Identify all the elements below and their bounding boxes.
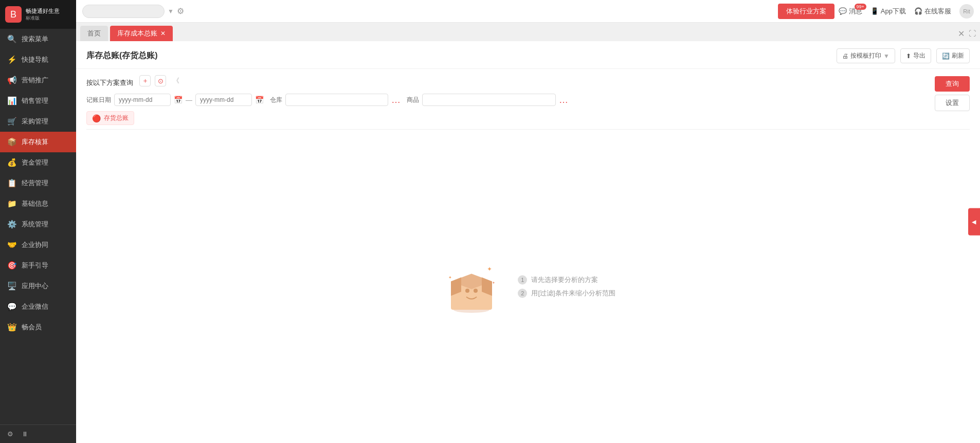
panel-controls: ✕ ⛶ xyxy=(958,29,976,39)
sidebar-item-system[interactable]: ⚙️ 系统管理 xyxy=(0,214,76,235)
app-logo: B 畅捷通好生意 标准版 xyxy=(0,0,76,29)
audio-bottom-icon[interactable]: ⏸ xyxy=(22,430,28,438)
tab-inventory-ledger[interactable]: 库存成本总账 ✕ xyxy=(110,26,173,41)
goods-filter-field: 商品 … xyxy=(407,94,568,106)
svg-text:✦: ✦ xyxy=(448,275,452,280)
filter-controls: ＋ ⊙ 《 xyxy=(139,75,931,86)
management-icon: 📋 xyxy=(7,179,16,188)
sidebar-item-marketing[interactable]: 📢 营销推广 xyxy=(0,70,76,91)
print-icon: 🖨 xyxy=(842,52,848,60)
page-title: 库存总账(存货总账) xyxy=(86,50,158,61)
date-separator: — xyxy=(186,96,192,104)
topbar-dropdown-icon[interactable]: ▼ xyxy=(168,8,174,15)
sidebar-item-wechat[interactable]: 💬 企业微信 xyxy=(0,296,76,317)
goods-label: 商品 xyxy=(407,96,419,104)
sidebar: B 畅捷通好生意 标准版 🔍 搜索菜单 ⚡ 快捷导航 📢 营销推广 📊 销售管理… xyxy=(0,0,76,443)
wechat-icon: 💬 xyxy=(7,302,16,311)
scheme-tag[interactable]: 🔴 存货总账 xyxy=(86,111,134,125)
sidebar-item-label: 基础信息 xyxy=(22,199,48,208)
app-version: 标准版 xyxy=(26,15,60,22)
date-end-input[interactable] xyxy=(195,94,252,106)
sidebar-item-search[interactable]: 🔍 搜索菜单 xyxy=(0,29,76,49)
sidebar-item-label: 应用中心 xyxy=(22,281,48,291)
sidebar-item-label: 营销推广 xyxy=(22,76,48,85)
warehouse-filter-field: 仓库 … xyxy=(270,94,401,106)
settings-button[interactable]: 设置 xyxy=(935,95,970,111)
app-download-button[interactable]: 📱 App下载 xyxy=(870,7,906,16)
warehouse-label: 仓库 xyxy=(270,96,282,104)
settings-bottom-icon[interactable]: ⚙ xyxy=(7,430,13,438)
empty-text: 1 请先选择要分析的方案 2 用[过滤]条件来缩小分析范围 xyxy=(518,273,615,300)
sidebar-item-label: 系统管理 xyxy=(22,220,48,229)
industry-solution-button[interactable]: 体验行业方案 xyxy=(778,4,834,19)
sidebar-item-management[interactable]: 📋 经营管理 xyxy=(0,173,76,193)
cooperation-icon: 🤝 xyxy=(7,240,16,250)
goods-input[interactable] xyxy=(422,94,556,106)
date-start-input[interactable] xyxy=(114,94,171,106)
svg-text:✦: ✦ xyxy=(487,265,492,273)
right-edge-button[interactable]: ◀ xyxy=(968,208,980,235)
filter-section: 按以下方案查询 ＋ ⊙ 《 记账日期 📅 — 📅 xyxy=(76,69,980,129)
tabs-bar: 首页 库存成本总账 ✕ ✕ ⛶ xyxy=(76,23,980,41)
svg-text:✦: ✦ xyxy=(492,281,495,285)
filter-row: 记账日期 📅 — 📅 仓库 … 商品 xyxy=(86,91,931,106)
sidebar-item-guide[interactable]: 🎯 新手引导 xyxy=(0,255,76,276)
sidebar-item-funds[interactable]: 💰 资金管理 xyxy=(0,152,76,173)
sidebar-item-member[interactable]: 👑 畅会员 xyxy=(0,317,76,338)
app-download-label: App下载 xyxy=(881,7,906,16)
tab-close-icon[interactable]: ✕ xyxy=(160,30,166,37)
sidebar-item-app-center[interactable]: 🖥️ 应用中心 xyxy=(0,276,76,296)
avatar[interactable]: Rit xyxy=(959,4,974,19)
sidebar-item-label: 快捷导航 xyxy=(22,55,48,64)
online-service-button[interactable]: 🎧 在线客服 xyxy=(914,7,951,16)
sidebar-item-label: 畅会员 xyxy=(22,323,42,332)
message-icon: 💬 xyxy=(839,7,847,15)
goods-more-icon[interactable]: … xyxy=(559,95,568,104)
filter-add-button[interactable]: ＋ xyxy=(139,75,151,86)
filter-more-button[interactable]: ⊙ xyxy=(155,75,166,86)
sidebar-item-label: 企业微信 xyxy=(22,302,48,311)
svg-point-8 xyxy=(465,289,469,293)
filter-collapse-icon[interactable]: 《 xyxy=(170,75,182,86)
tab-inventory-ledger-label: 库存成本总账 xyxy=(117,29,157,38)
sidebar-item-label: 搜索菜单 xyxy=(22,34,48,44)
refresh-icon: 🔄 xyxy=(942,52,950,60)
sidebar-item-cooperation[interactable]: 🤝 企业协同 xyxy=(0,235,76,255)
close-panel-button[interactable]: ✕ xyxy=(958,29,965,39)
sidebar-item-quick-nav[interactable]: ⚡ 快捷导航 xyxy=(0,49,76,70)
topbar: ▼ ⚙ 体验行业方案 💬 消息 99+ 📱 App下载 🎧 在线客服 Rit xyxy=(76,0,980,23)
filter-label: 按以下方案查询 xyxy=(86,75,133,87)
sidebar-item-inventory[interactable]: 📦 库存核算 xyxy=(0,132,76,152)
warehouse-more-icon[interactable]: … xyxy=(391,95,401,104)
print-button[interactable]: 🖨 按模板打印 ▼ xyxy=(837,48,895,63)
topbar-search-area: ▼ ⚙ xyxy=(82,5,774,18)
tab-home[interactable]: 首页 xyxy=(80,26,108,41)
sidebar-item-purchase[interactable]: 🛒 采购管理 xyxy=(0,111,76,132)
warehouse-input[interactable] xyxy=(285,94,388,106)
search-icon: 🔍 xyxy=(7,34,16,44)
topbar-settings-icon[interactable]: ⚙ xyxy=(177,6,184,16)
sidebar-item-basic-info[interactable]: 📁 基础信息 xyxy=(0,193,76,214)
calendar-end-icon[interactable]: 📅 xyxy=(255,96,264,104)
calendar-start-icon[interactable]: 📅 xyxy=(174,96,183,104)
online-service-label: 在线客服 xyxy=(924,7,951,16)
filter-scheme-area: 🔴 存货总账 xyxy=(86,109,931,129)
app-name: 畅捷通好生意 xyxy=(26,7,60,15)
sidebar-item-label: 企业协同 xyxy=(22,240,48,250)
export-button[interactable]: ⬆ 导出 xyxy=(900,48,931,63)
topbar-search-box xyxy=(82,5,165,18)
scheme-icon: 🔴 xyxy=(92,114,101,122)
date-label: 记账日期 xyxy=(86,96,111,104)
expand-panel-button[interactable]: ⛶ xyxy=(969,29,976,38)
headset-icon: 🎧 xyxy=(914,7,922,15)
sidebar-item-sales[interactable]: 📊 销售管理 xyxy=(0,91,76,111)
content-area: 库存总账(存货总账) 🖨 按模板打印 ▼ ⬆ 导出 🔄 刷新 xyxy=(76,41,980,443)
refresh-button[interactable]: 🔄 刷新 xyxy=(936,48,970,63)
funds-icon: 💰 xyxy=(7,158,16,167)
sidebar-item-label: 经营管理 xyxy=(22,179,48,188)
member-icon: 👑 xyxy=(7,323,16,332)
query-button[interactable]: 查询 xyxy=(935,76,970,92)
guide-icon: 🎯 xyxy=(7,261,16,270)
sidebar-bottom: ⚙ ⏸ xyxy=(0,424,76,443)
message-button[interactable]: 💬 消息 99+ xyxy=(839,7,862,16)
